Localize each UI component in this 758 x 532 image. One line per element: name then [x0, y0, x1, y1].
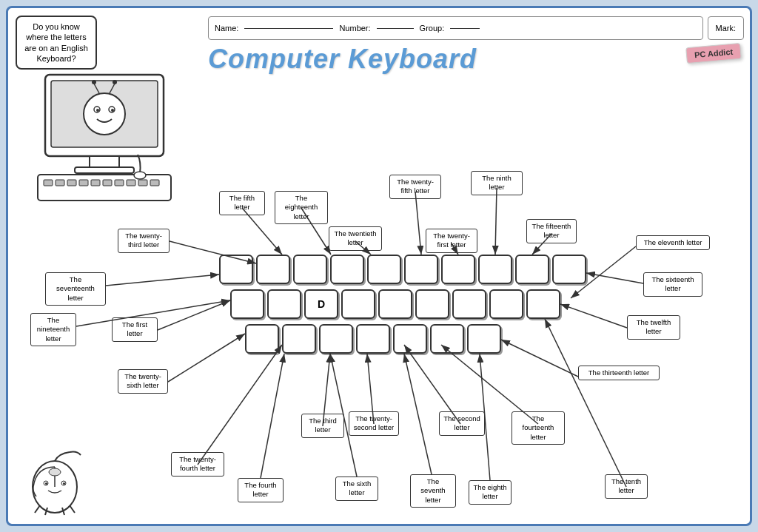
key-y [404, 255, 438, 284]
label-second: The secondletter [439, 411, 485, 436]
page-title: Computer Keyboard [208, 44, 477, 75]
svg-point-23 [113, 80, 117, 84]
key-t [367, 255, 401, 284]
key-x [282, 324, 316, 354]
label-twentyfirst: The twenty-first letter [426, 229, 477, 253]
label-sixth: The sixthletter [335, 477, 378, 501]
svg-rect-5 [44, 180, 53, 186]
label-nineteenth: Thenineteenthletter [30, 313, 76, 346]
mark-box: Mark: [708, 16, 745, 40]
svg-line-57 [198, 345, 282, 465]
key-u [441, 255, 475, 284]
label-third: The thirdletter [301, 414, 344, 438]
label-twentythird: The twenty-third letter [118, 229, 170, 253]
label-seventh: The seventhletter [410, 474, 456, 508]
svg-line-39 [415, 192, 421, 255]
label-seventeenth: The seventeenthletter [45, 272, 106, 306]
number-line [377, 28, 414, 29]
header: Name: Number: Group: Mark: [208, 14, 744, 42]
svg-rect-12 [127, 180, 135, 186]
label-twentyfifth: The twenty-fifth letter [389, 175, 441, 199]
label-twentysixth: The twenty-sixth letter [118, 369, 168, 394]
svg-rect-11 [115, 180, 124, 186]
svg-point-15 [84, 93, 125, 135]
key-w [256, 255, 290, 284]
svg-line-58 [261, 354, 284, 478]
key-n [430, 324, 464, 354]
key-j [452, 289, 486, 319]
key-e [293, 255, 327, 284]
key-i [478, 255, 512, 284]
label-twentyfourth: The twenty-fourth letter [171, 452, 224, 477]
key-v [356, 324, 390, 354]
svg-line-62 [545, 319, 626, 487]
svg-point-27 [49, 468, 61, 476]
svg-rect-7 [67, 180, 76, 186]
key-z [245, 324, 279, 354]
label-ninth: The ninthletter [471, 171, 523, 195]
svg-line-51 [168, 334, 245, 382]
label-eleventh: The eleventh letter [636, 235, 710, 250]
page: Name: Number: Group: Mark: Computer Keyb… [6, 6, 752, 526]
label-fifth: The fifthletter [219, 191, 265, 215]
svg-line-32 [35, 505, 40, 513]
header-fields: Name: Number: Group: [208, 16, 703, 40]
key-s [267, 289, 301, 319]
svg-rect-14 [150, 180, 159, 186]
label-twelfth: The twelfthletter [627, 315, 680, 340]
svg-line-50 [560, 304, 627, 328]
svg-rect-10 [103, 180, 112, 186]
svg-line-35 [70, 505, 75, 513]
label-twentieth: The twentiethletter [329, 226, 382, 251]
pc-addict-badge: PC Addict [685, 43, 742, 64]
key-b [393, 324, 427, 354]
label-tenth: The tenthletter [605, 474, 648, 499]
group-line [450, 28, 480, 29]
svg-line-40 [495, 188, 497, 255]
svg-rect-8 [79, 180, 88, 186]
key-q [219, 255, 253, 284]
label-fourth: The fourthletter [238, 478, 284, 502]
label-thirteenth: The thirteenth letter [578, 366, 660, 380]
svg-rect-4 [38, 175, 171, 201]
key-g [378, 289, 412, 319]
svg-line-47 [586, 273, 643, 283]
key-p [552, 255, 586, 284]
label-fourteenth: The fourteenthletter [512, 411, 565, 445]
label-first: The firstletter [112, 317, 158, 342]
svg-point-24 [134, 172, 146, 179]
key-k [489, 289, 523, 319]
label-eighth: The eighthletter [469, 480, 512, 505]
key-o [515, 255, 549, 284]
group-label: Group: [420, 24, 445, 33]
computer-illustration [23, 30, 186, 208]
mark-label: Mark: [716, 24, 737, 33]
svg-point-31 [63, 482, 65, 485]
svg-line-60 [404, 354, 432, 474]
key-l [526, 289, 560, 319]
svg-rect-6 [56, 180, 64, 186]
key-f [341, 289, 375, 319]
key-d: D [304, 289, 338, 319]
label-twentysecond: The twenty-second letter [349, 411, 399, 436]
mouse-illustration [14, 446, 95, 516]
key-c [319, 324, 353, 354]
svg-rect-3 [75, 167, 134, 173]
label-sixteenth: The sixteenthletter [643, 272, 702, 297]
svg-point-30 [45, 482, 47, 485]
svg-point-21 [92, 80, 96, 84]
key-r [330, 255, 364, 284]
key-h [415, 289, 449, 319]
svg-line-46 [106, 275, 219, 286]
label-eighteenth: The eighteenthletter [275, 191, 328, 224]
badge-text: PC Addict [694, 47, 733, 60]
svg-point-19 [111, 109, 114, 112]
svg-rect-13 [138, 180, 147, 186]
key-a [230, 289, 264, 319]
number-label: Number: [339, 24, 370, 33]
name-line [244, 28, 333, 29]
svg-line-49 [158, 300, 230, 330]
svg-rect-9 [91, 180, 100, 186]
name-label: Name: [215, 24, 238, 33]
label-fifteenth: The fifteenthletter [526, 219, 577, 243]
